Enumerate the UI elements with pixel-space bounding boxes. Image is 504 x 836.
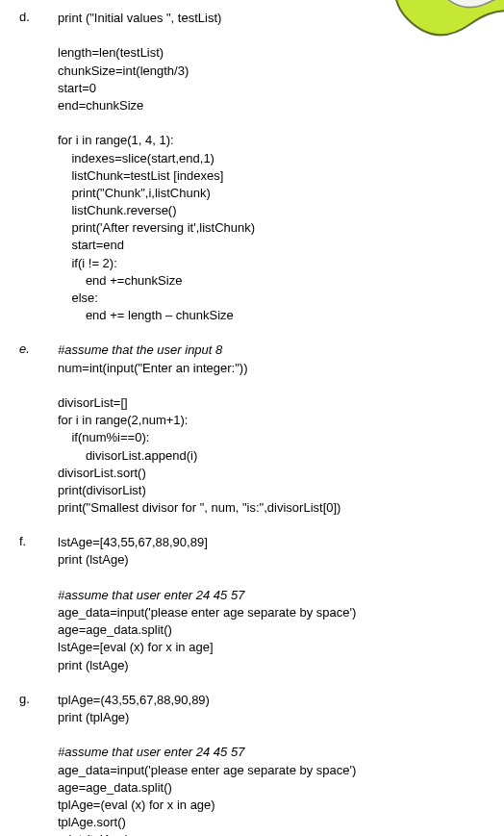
item-label: f. <box>19 534 58 548</box>
code-block: tplAge=(43,55,67,88,90,89) print (tplAge… <box>58 692 356 836</box>
code-text: age_data=input('please enter age separat… <box>58 763 356 837</box>
item-label: d. <box>19 10 58 24</box>
item-label: g. <box>19 692 58 706</box>
question-item-d: d. print ("Initial values ", testList) l… <box>19 10 485 324</box>
code-comment: #assume that user enter 24 45 57 <box>58 588 244 602</box>
item-label: e. <box>19 342 58 356</box>
code-block: #assume that the user input 8 num=int(in… <box>58 342 340 517</box>
question-item-f: f. lstAge=[43,55,67,88,90,89] print (lst… <box>19 534 485 674</box>
document-page: d. print ("Initial values ", testList) l… <box>0 0 504 836</box>
code-text: lstAge=[43,55,67,88,90,89] print (lstAge… <box>58 535 208 567</box>
code-text: num=int(input("Enter an integer:")) divi… <box>58 361 340 516</box>
code-comment: #assume that user enter 24 45 57 <box>58 745 244 759</box>
code-comment: #assume that the user input 8 <box>58 342 222 357</box>
code-block: print ("Initial values ", testList) leng… <box>58 10 255 324</box>
code-text: age_data=input('please enter age separat… <box>58 605 356 672</box>
question-item-g: g. tplAge=(43,55,67,88,90,89) print (tpl… <box>19 692 485 836</box>
question-item-e: e. #assume that the user input 8 num=int… <box>19 342 485 517</box>
code-block: lstAge=[43,55,67,88,90,89] print (lstAge… <box>58 534 356 674</box>
code-text: tplAge=(43,55,67,88,90,89) print (tplAge… <box>58 693 210 724</box>
